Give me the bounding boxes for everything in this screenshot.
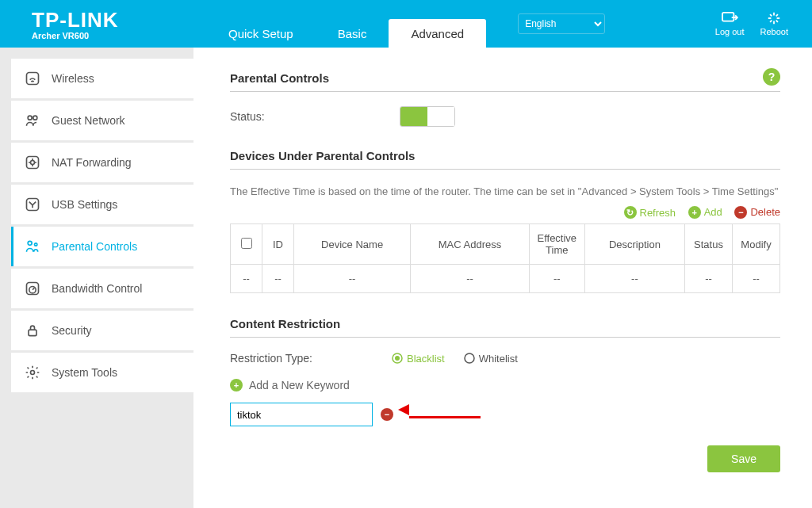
svg-point-7 (28, 241, 32, 245)
refresh-button[interactable]: ↻Refresh (624, 206, 676, 219)
content-restriction-title: Content Restriction (230, 317, 780, 330)
table-actions: ↻Refresh +Add −Delete (230, 206, 780, 220)
header-actions: Log out Reboot (715, 11, 812, 36)
nat-icon (25, 155, 40, 170)
svg-point-8 (35, 243, 37, 246)
devices-title: Devices Under Parental Controls (230, 149, 780, 162)
reboot-label: Reboot (760, 27, 788, 36)
sidebar-item-parental-controls[interactable]: Parental Controls (11, 227, 193, 266)
main-tabs: Quick Setup Basic Advanced (206, 0, 486, 48)
col-desc: Description (584, 224, 684, 265)
add-keyword-button[interactable]: + Add a New Keyword (230, 379, 780, 392)
whitelist-option[interactable]: Whitelist (464, 353, 518, 365)
cell-check: -- (231, 265, 262, 293)
col-checkbox (231, 224, 262, 265)
sidebar-label: System Tools (52, 366, 117, 379)
col-mac: MAC Address (411, 224, 530, 265)
sidebar-label: Parental Controls (52, 240, 137, 253)
language-selector[interactable]: English (518, 13, 605, 34)
col-id: ID (262, 224, 294, 265)
sidebar-label: NAT Forwarding (52, 156, 132, 169)
keyword-input[interactable] (230, 403, 373, 426)
cell-modify: -- (733, 265, 780, 293)
restriction-radio-group: Blacklist Whitelist (392, 353, 518, 365)
sidebar-item-system-tools[interactable]: System Tools (11, 353, 193, 392)
toggle-off-half (427, 107, 454, 126)
svg-rect-11 (29, 330, 36, 336)
col-devname: Device Name (294, 224, 411, 265)
svg-point-10 (29, 287, 36, 293)
plus-icon: + (230, 379, 243, 392)
col-status: Status (685, 224, 733, 265)
reboot-icon (766, 11, 782, 25)
table-row: -- -- -- -- -- -- -- -- (231, 265, 780, 293)
cell-devname: -- (294, 265, 411, 293)
sidebar-item-security[interactable]: Security (11, 311, 193, 350)
keyword-row: − (230, 403, 780, 426)
gear-icon (25, 365, 40, 380)
content-area: ? Parental Controls Status: Devices Unde… (193, 48, 812, 508)
svg-point-2 (28, 116, 32, 120)
minus-icon: − (734, 206, 747, 219)
save-button[interactable]: Save (707, 445, 780, 472)
delete-button[interactable]: −Delete (734, 206, 780, 219)
svg-rect-4 (27, 157, 39, 169)
sidebar-item-guest-network[interactable]: Guest Network (11, 101, 193, 140)
sidebar-item-bandwidth[interactable]: Bandwidth Control (11, 269, 193, 308)
top-header: TP-LINK Archer VR600 Quick Setup Basic A… (0, 0, 812, 48)
logout-button[interactable]: Log out (715, 11, 745, 36)
status-label: Status: (230, 110, 265, 123)
sidebar-label: Bandwidth Control (52, 282, 142, 295)
devices-table: ID Device Name MAC Address Effective Tim… (230, 223, 780, 293)
tab-basic[interactable]: Basic (316, 19, 389, 48)
security-icon (25, 323, 40, 338)
sidebar-item-wireless[interactable]: Wireless (11, 59, 193, 98)
help-button[interactable]: ? (763, 68, 780, 86)
logo-block: TP-LINK Archer VR600 (0, 8, 206, 40)
reboot-button[interactable]: Reboot (760, 11, 788, 36)
blacklist-option[interactable]: Blacklist (392, 353, 445, 365)
model-text: Archer VR600 (32, 31, 206, 40)
save-row: Save (230, 445, 780, 472)
language-select[interactable]: English (518, 13, 605, 34)
svg-point-12 (31, 371, 35, 375)
plus-icon: + (688, 206, 701, 219)
guest-icon (25, 113, 40, 128)
svg-point-5 (31, 161, 35, 165)
divider (230, 91, 780, 92)
divider (230, 169, 780, 170)
logout-icon (721, 11, 738, 25)
sidebar-item-nat[interactable]: NAT Forwarding (11, 143, 193, 182)
cell-status: -- (685, 265, 733, 293)
radio-checked-icon (392, 353, 403, 364)
usb-icon (25, 197, 40, 212)
logout-label: Log out (715, 27, 745, 36)
brand-text: TP-LINK (32, 8, 206, 32)
remove-keyword-button[interactable]: − (381, 408, 393, 421)
sidebar-label: Wireless (52, 72, 94, 85)
add-keyword-label: Add a New Keyword (249, 379, 350, 392)
parental-icon (25, 239, 40, 254)
tab-quick-setup[interactable]: Quick Setup (206, 19, 316, 48)
cell-mac: -- (411, 265, 530, 293)
cell-desc: -- (584, 265, 684, 293)
select-all-checkbox[interactable] (241, 238, 252, 249)
svg-point-14 (395, 356, 400, 361)
status-toggle[interactable] (400, 106, 455, 127)
sidebar-label: Guest Network (52, 114, 125, 127)
divider (230, 337, 780, 338)
svg-point-15 (465, 353, 474, 363)
body-wrap: Wireless Guest Network NAT Forwarding US… (0, 48, 812, 508)
add-button[interactable]: +Add (688, 206, 722, 219)
svg-point-3 (33, 116, 37, 120)
refresh-icon: ↻ (624, 206, 637, 219)
cell-efftime: -- (529, 265, 584, 293)
page-title: Parental Controls (230, 71, 780, 85)
sidebar-item-usb[interactable]: USB Settings (11, 185, 193, 224)
cell-id: -- (262, 265, 294, 293)
sidebar-label: Security (52, 324, 92, 337)
restriction-label: Restriction Type: (230, 352, 312, 365)
sidebar: Wireless Guest Network NAT Forwarding US… (0, 48, 193, 508)
tab-advanced[interactable]: Advanced (389, 19, 486, 48)
sidebar-label: USB Settings (52, 198, 117, 211)
